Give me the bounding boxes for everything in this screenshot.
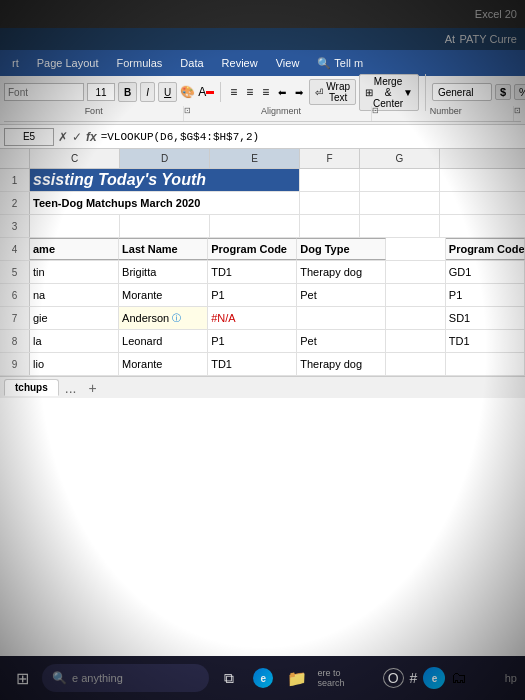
bold-button[interactable]: B xyxy=(118,82,137,102)
row-num-2: 2 xyxy=(0,192,30,214)
cell-f4[interactable] xyxy=(386,238,445,260)
taskbar-search-bar[interactable]: 🔍 e anything xyxy=(42,664,209,692)
col-header-e[interactable]: E xyxy=(210,149,300,168)
cell-f5[interactable]: Therapy dog xyxy=(297,261,386,283)
cell-g9[interactable] xyxy=(446,353,525,375)
font-name-input[interactable] xyxy=(4,83,84,101)
percent-button[interactable]: % xyxy=(514,84,525,100)
cell-e6[interactable]: P1 xyxy=(208,284,297,306)
header-dogtype[interactable]: Dog Type xyxy=(297,238,386,260)
edge-button[interactable]: e xyxy=(249,664,277,692)
underline-button[interactable]: U xyxy=(158,82,177,102)
tab-rt[interactable]: rt xyxy=(4,55,27,71)
cell-c8[interactable]: la xyxy=(30,330,119,352)
cell-f8[interactable]: Pet xyxy=(297,330,386,352)
task-view-button[interactable]: ⧉ xyxy=(215,664,243,692)
cell-e5[interactable]: TD1 xyxy=(208,261,297,283)
cell-g8[interactable]: TD1 xyxy=(446,330,525,352)
col-header-g[interactable]: G xyxy=(360,149,440,168)
col-header-f[interactable]: F xyxy=(300,149,360,168)
italic-button[interactable]: I xyxy=(140,82,155,102)
merge-icon: ⊞ xyxy=(365,87,373,98)
cell-c6[interactable]: na xyxy=(30,284,119,306)
header-name[interactable]: ame xyxy=(30,238,119,260)
task-view-icon: ⧉ xyxy=(224,670,234,687)
header-programcode[interactable]: Program Code xyxy=(208,238,297,260)
header-g-programcode[interactable]: Program Code xyxy=(446,238,525,260)
align-left-icon[interactable]: ≡ xyxy=(227,84,240,100)
tab-review[interactable]: Review xyxy=(214,55,266,71)
cell-d3[interactable] xyxy=(120,215,210,237)
cell-d6[interactable]: Morante xyxy=(119,284,208,306)
cell-c9[interactable]: lio xyxy=(30,353,119,375)
cell-c3[interactable] xyxy=(30,215,120,237)
confirm-formula-button[interactable]: ✓ xyxy=(72,130,82,144)
cell-e7[interactable]: #N/A xyxy=(208,307,297,329)
wrap-text-button[interactable]: ⏎ Wrap Text xyxy=(309,79,356,105)
cell-g5[interactable]: GD1 xyxy=(446,261,525,283)
alignment-label: Alignment xyxy=(191,106,371,121)
sheet-tabs-dots[interactable]: ... xyxy=(61,380,81,396)
insert-function-button[interactable]: fx xyxy=(86,130,97,144)
tab-formulas[interactable]: Formulas xyxy=(109,55,171,71)
align-right-icon[interactable]: ≡ xyxy=(259,84,272,100)
cell-f2[interactable] xyxy=(300,192,360,214)
sheet-tabs: tchups ... + xyxy=(0,376,525,398)
tab-page-layout[interactable]: Page Layout xyxy=(29,55,107,71)
cell-f1[interactable] xyxy=(300,169,360,191)
indent-decrease-icon[interactable]: ⬅ xyxy=(275,86,289,99)
col-header-c[interactable]: C xyxy=(30,149,120,168)
font-size-input[interactable] xyxy=(87,83,115,101)
row-num-3: 3 xyxy=(0,215,30,237)
cell-g7[interactable]: SD1 xyxy=(446,307,525,329)
search-button[interactable]: ere to search xyxy=(317,664,345,692)
formula-input[interactable] xyxy=(101,131,521,143)
add-sheet-button[interactable]: + xyxy=(82,380,102,396)
cell-d7[interactable]: Anderson ⓘ xyxy=(119,307,208,329)
tab-tell-me[interactable]: 🔍 Tell m xyxy=(309,55,371,72)
col-header-d[interactable]: D xyxy=(120,149,210,168)
cell-c7[interactable]: gie xyxy=(30,307,119,329)
sheet-tab-matchups[interactable]: tchups xyxy=(4,379,59,396)
tab-view[interactable]: View xyxy=(268,55,308,71)
dollar-button[interactable]: $ xyxy=(495,84,511,100)
folder-button[interactable]: 📁 xyxy=(283,664,311,692)
windows-button[interactable]: ⊞ xyxy=(8,664,36,692)
number-expand-icon[interactable]: ⊡ xyxy=(514,106,521,121)
cell-e3[interactable] xyxy=(210,215,300,237)
merge-center-button[interactable]: ⊞ Merge & Center ▼ xyxy=(359,74,419,111)
row-8: 8 la Leonard P1 Pet TD1 xyxy=(0,330,525,353)
tab-data[interactable]: Data xyxy=(172,55,211,71)
alignment-expand-icon[interactable]: ⊡ xyxy=(372,106,379,121)
app-title: Excel 20 xyxy=(475,8,517,20)
cell-f3[interactable] xyxy=(300,215,360,237)
hp-logo: hp xyxy=(505,672,517,684)
cell-f9[interactable]: Therapy dog xyxy=(297,353,386,375)
cell-f6[interactable]: Pet xyxy=(297,284,386,306)
cell-d5[interactable]: Brigitta xyxy=(119,261,208,283)
cell-e8[interactable]: P1 xyxy=(208,330,297,352)
cell-g1[interactable] xyxy=(360,169,440,191)
name-box[interactable] xyxy=(4,128,54,146)
align-center-icon[interactable]: ≡ xyxy=(243,84,256,100)
cell-d9[interactable]: Morante xyxy=(119,353,208,375)
number-format-input[interactable] xyxy=(432,83,492,101)
cancel-formula-button[interactable]: ✗ xyxy=(58,130,68,144)
font-expand-icon[interactable]: ⊡ xyxy=(184,106,191,121)
cell-blank6[interactable] xyxy=(386,284,445,306)
cell-g6[interactable]: P1 xyxy=(446,284,525,306)
indent-increase-icon[interactable]: ➡ xyxy=(292,86,306,99)
cell-d8[interactable]: Leonard xyxy=(119,330,208,352)
cell-blank8[interactable] xyxy=(386,330,445,352)
cell-e9[interactable]: TD1 xyxy=(208,353,297,375)
cell-c5[interactable]: tin xyxy=(30,261,119,283)
cell-blank7[interactable] xyxy=(386,307,445,329)
cell-f7[interactable] xyxy=(297,307,386,329)
cell-blank9[interactable] xyxy=(386,353,445,375)
cell-g3[interactable] xyxy=(360,215,440,237)
merge-dropdown-icon[interactable]: ▼ xyxy=(403,87,413,98)
cell-blank5[interactable] xyxy=(386,261,445,283)
formula-bar: ✗ ✓ fx xyxy=(0,125,525,149)
header-lastname[interactable]: Last Name xyxy=(119,238,208,260)
cell-g2[interactable] xyxy=(360,192,440,214)
